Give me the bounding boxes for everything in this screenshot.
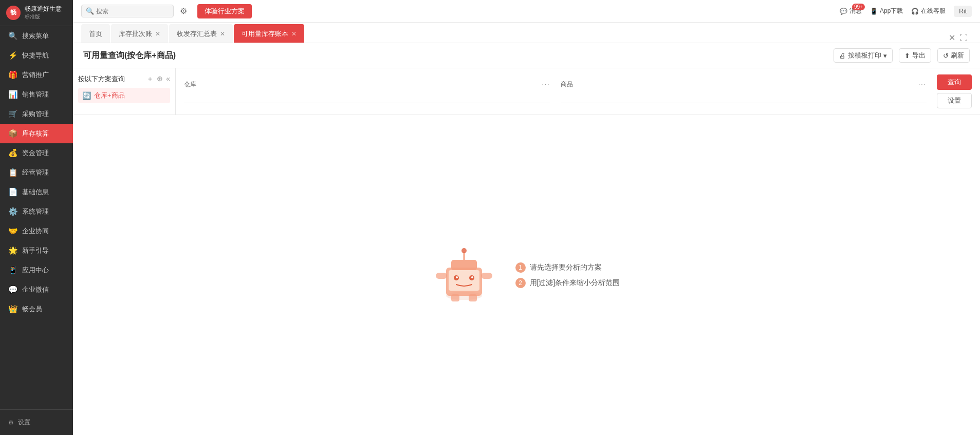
warehouse-dots[interactable]: ··· (542, 81, 550, 88)
svg-rect-2 (449, 270, 479, 291)
manage-scheme-btn[interactable]: ⊕ (157, 74, 163, 84)
nav-label-marketing: 营销推广 (22, 70, 49, 80)
empty-hint-1: 1 请先选择要分析的方案 (515, 262, 620, 273)
sidebar-item-operation[interactable]: 📋 经营管理 (0, 163, 73, 182)
gear-icon[interactable]: ⚙ (180, 6, 187, 16)
refresh-label: 刷新 (951, 51, 964, 60)
settings-btn[interactable]: 设置 (937, 93, 972, 108)
nav-icon-enterprise: 🤝 (8, 226, 18, 236)
search-input[interactable] (96, 8, 158, 15)
tab-available[interactable]: 可用量库存账本✕ (234, 24, 304, 43)
content-area: 可用量查询(按仓库+商品) 🖨 按模板打印 ▾ ⬆ 导出 ↺ 刷新 (73, 43, 980, 435)
sidebar-item-shortcut[interactable]: ⚡ 快捷导航 (0, 46, 73, 65)
sidebar-item-appcenter[interactable]: 📱 应用中心 (0, 260, 73, 280)
sidebar-item-basic[interactable]: 📄 基础信息 (0, 182, 73, 202)
sidebar-item-search[interactable]: 🔍 搜索菜单 (0, 26, 73, 46)
nav-label-inventory: 库存核算 (22, 129, 49, 138)
sidebar-item-guide[interactable]: 🌟 新手引导 (0, 241, 73, 260)
svg-point-9 (461, 248, 467, 253)
sidebar-item-marketing[interactable]: 🎁 营销推广 (0, 65, 73, 85)
goods-label: 商品 ··· (561, 80, 927, 89)
nav-icon-system: ⚙️ (8, 207, 18, 216)
user-menu[interactable]: Rit (954, 6, 972, 17)
close-tab-btn[interactable]: ✕ (949, 33, 955, 43)
sidebar-item-member[interactable]: 👑 畅会员 (0, 299, 73, 319)
brand-icon: 畅 (6, 6, 21, 20)
nav-icon-member: 👑 (8, 305, 18, 314)
nav-label-enterprise: 企业协同 (22, 226, 49, 236)
scheme-item-warehouse-goods[interactable]: 🔄 仓库+商品 (78, 88, 170, 103)
tab-close-batch[interactable]: ✕ (155, 30, 160, 37)
sidebar-item-inventory[interactable]: 📦 库存核算 (0, 124, 73, 143)
nav-icon-sales: 📊 (8, 90, 18, 99)
svg-rect-13 (469, 294, 477, 301)
nav-label-wechat: 企业微信 (22, 285, 49, 294)
page-header: 可用量查询(按仓库+商品) 🖨 按模板打印 ▾ ⬆ 导出 ↺ 刷新 (73, 43, 980, 68)
tab-corner: ✕ ⛶ (949, 33, 972, 43)
nav-icon-purchase: 🛒 (8, 109, 18, 119)
nav-icon-wechat: 💬 (8, 285, 18, 294)
export-icon: ⬆ (904, 52, 910, 60)
message-btn[interactable]: 💬 消息 99+ (840, 7, 862, 15)
nav-label-basic: 基础信息 (22, 187, 49, 197)
industry-btn[interactable]: 体验行业方案 (197, 4, 252, 18)
template-print-btn[interactable]: 🖨 按模板打印 ▾ (834, 48, 893, 63)
goods-input[interactable] (561, 91, 927, 103)
sidebar-item-purchase[interactable]: 🛒 采购管理 (0, 104, 73, 124)
app-download-btn[interactable]: 📱 App下载 (870, 7, 903, 15)
query-btn[interactable]: 查询 (937, 74, 972, 90)
sidebar-item-enterprise[interactable]: 🤝 企业协同 (0, 221, 73, 241)
service-icon: 🎧 (911, 8, 919, 15)
empty-hint-2: 2 用[过滤]条件来缩小分析范围 (515, 278, 620, 288)
svg-rect-12 (451, 294, 459, 301)
page-title: 可用量查询(按仓库+商品) (83, 50, 176, 61)
tab-summary[interactable]: 收发存汇总表✕ (169, 24, 233, 43)
hint-text-2: 用[过滤]条件来缩小分析范围 (530, 278, 620, 288)
tab-label-summary: 收发存汇总表 (177, 29, 217, 39)
sidebar-item-sales[interactable]: 📊 销售管理 (0, 85, 73, 104)
empty-text: 1 请先选择要分析的方案 2 用[过滤]条件来缩小分析范围 (515, 262, 620, 288)
online-service-btn[interactable]: 🎧 在线客服 (911, 7, 946, 15)
empty-illustration (433, 244, 495, 306)
print-icon: 🖨 (839, 52, 846, 60)
scheme-label: 仓库+商品 (94, 91, 125, 100)
search-icon: 🔍 (86, 7, 94, 15)
nav-icon-marketing: 🎁 (8, 70, 18, 80)
sidebar-settings-label: 设置 (18, 418, 30, 427)
add-scheme-btn[interactable]: ＋ (146, 74, 154, 84)
refresh-btn[interactable]: ↺ 刷新 (937, 48, 970, 63)
main-area: 🔍 ⚙ 体验行业方案 💬 消息 99+ 📱 App下载 🎧 在线客服 Rit (73, 0, 980, 435)
goods-dots[interactable]: ··· (918, 81, 927, 88)
service-label: 在线客服 (921, 7, 946, 15)
nav-icon-shortcut: ⚡ (8, 51, 18, 60)
nav-label-appcenter: 应用中心 (22, 266, 49, 275)
empty-inner: 1 请先选择要分析的方案 2 用[过滤]条件来缩小分析范围 (433, 244, 620, 306)
svg-rect-11 (481, 273, 492, 279)
nav-label-member: 畅会员 (22, 305, 42, 314)
collapse-btn[interactable]: « (166, 74, 170, 84)
topbar-search-box[interactable]: 🔍 (81, 5, 174, 17)
nav-icon-inventory: 📦 (8, 129, 18, 138)
brand-edition: 标准版 (25, 13, 62, 21)
nav-icon-basic: 📄 (8, 187, 18, 197)
tab-label-batch: 库存批次账 (119, 29, 152, 39)
tab-home[interactable]: 首页 (81, 24, 110, 43)
nav-icon-guide: 🌟 (8, 246, 18, 255)
tab-close-summary[interactable]: ✕ (220, 30, 225, 37)
filter-goods: 商品 ··· (561, 80, 927, 103)
topbar: 🔍 ⚙ 体验行业方案 💬 消息 99+ 📱 App下载 🎧 在线客服 Rit (73, 0, 980, 23)
maximize-tab-btn[interactable]: ⛶ (959, 33, 968, 43)
sidebar-item-system[interactable]: ⚙️ 系统管理 (0, 202, 73, 221)
tab-label-home: 首页 (89, 29, 102, 39)
export-btn[interactable]: ⬆ 导出 (899, 48, 931, 63)
brand-name: 畅康通好生意 (25, 5, 62, 13)
query-left-header: 按以下方案查询 ＋ ⊕ « (78, 74, 170, 84)
tab-batch[interactable]: 库存批次账✕ (111, 24, 168, 43)
sidebar-item-wechat[interactable]: 💬 企业微信 (0, 280, 73, 299)
tab-close-available[interactable]: ✕ (291, 30, 297, 37)
sidebar-item-capital[interactable]: 💰 资金管理 (0, 143, 73, 163)
warehouse-input[interactable] (184, 91, 550, 103)
template-print-label: 按模板打印 (848, 51, 881, 60)
sidebar-bottom-item[interactable]: ⚙ 设置 (0, 414, 73, 431)
empty-state: 1 请先选择要分析的方案 2 用[过滤]条件来缩小分析范围 (73, 115, 980, 435)
